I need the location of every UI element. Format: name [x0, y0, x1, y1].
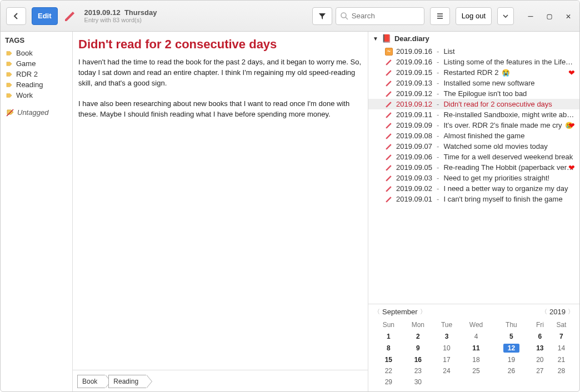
entry-row[interactable]: 2019.09.12-Didn't read for 2 consecutive… — [368, 99, 579, 109]
chevron-left-icon[interactable]: 〈 — [541, 308, 547, 316]
chevron-down-icon — [503, 13, 508, 19]
tag-item[interactable]: Book — [4, 48, 69, 58]
entry-row[interactable]: 2019.09.03-Need to get my priorities str… — [368, 173, 579, 183]
entry-row[interactable]: 2019.09.01-I can't bring myself to finis… — [368, 194, 579, 204]
calendar-day[interactable]: 5 — [493, 331, 530, 341]
calendar-day[interactable]: 15 — [375, 355, 402, 365]
calendar-day[interactable]: 11 — [461, 343, 492, 354]
entry-body[interactable]: I haven't had the time to read the book … — [73, 55, 368, 370]
entry-row[interactable]: 2019.09.05-Re-reading The Hobbit (paperb… — [368, 162, 579, 173]
calendar-day[interactable]: 20 — [531, 355, 549, 365]
entry-row[interactable]: ~2019.09.16-List — [368, 46, 579, 57]
entry-date: 2019.09.12 — [396, 100, 432, 108]
diary-header[interactable]: ▼ 📕 Dear.diary — [368, 32, 579, 45]
tag-item[interactable]: Work — [4, 90, 69, 100]
window-close[interactable]: ✕ — [563, 11, 574, 21]
entry-row[interactable]: 2019.09.16-Listing some of the features … — [368, 57, 579, 67]
entry-row[interactable]: 2019.09.11-Re-installed Sandboxie, might… — [368, 109, 579, 120]
tag-icon — [6, 92, 13, 99]
calendar-day — [434, 377, 459, 387]
calendar-day[interactable]: 28 — [550, 366, 573, 376]
entry-title: The Epilogue isn't too bad — [443, 89, 575, 98]
pencil-icon — [385, 132, 393, 140]
calendar-day[interactable]: 12 — [493, 343, 530, 354]
window-minimize[interactable]: — — [525, 11, 536, 21]
year-nav[interactable]: 〈 2019 〉 — [541, 308, 574, 316]
pencil-icon — [385, 143, 393, 150]
entry-header: 2019.09.12 Thursday Entry with 83 word(s… — [63, 8, 157, 23]
calendar-day[interactable]: 19 — [493, 355, 530, 365]
logout-dropdown[interactable] — [497, 7, 514, 25]
calendar-month: September — [382, 308, 418, 316]
entry-tags-bar: BookReading — [73, 370, 368, 392]
entry-date: 2019.09.08 — [396, 132, 432, 140]
calendar-day[interactable]: 22 — [375, 366, 402, 376]
calendar-day[interactable]: 13 — [531, 343, 549, 354]
entry-title[interactable]: Didn't read for 2 consecutive days — [73, 32, 368, 55]
tag-item[interactable]: RDR 2 — [4, 69, 69, 79]
calendar-day[interactable]: 16 — [403, 355, 433, 365]
calendar-day[interactable]: 9 — [403, 343, 433, 354]
entry-row[interactable]: 2019.09.15-Restarted RDR 2 😭❤ — [368, 67, 579, 78]
calendar-day[interactable]: 8 — [375, 343, 402, 354]
calendar-day[interactable]: 25 — [461, 366, 492, 376]
entry-title: Restarted RDR 2 😭 — [443, 68, 575, 77]
entry-row[interactable]: 2019.09.02-I need a better way to organi… — [368, 183, 579, 194]
calendar-day[interactable]: 24 — [434, 366, 459, 376]
calendar-day[interactable]: 4 — [461, 331, 492, 341]
chevron-right-icon[interactable]: 〉 — [420, 308, 426, 316]
entry-row[interactable]: 2019.09.06-Time for a well deserved week… — [368, 152, 579, 162]
entry-row[interactable]: 2019.09.09-It's over. RDR 2's finale mad… — [368, 120, 579, 130]
entry-date: 2019.09.03 — [396, 174, 432, 182]
calendar-day[interactable]: 7 — [550, 331, 573, 341]
tag-label: Book — [16, 49, 33, 57]
entry-row[interactable]: 2019.09.13-Installed some new software — [368, 78, 579, 88]
month-nav[interactable]: 〈 September 〉 — [374, 308, 426, 316]
calendar-dow: Sun — [375, 319, 402, 330]
calendar-day[interactable]: 27 — [531, 366, 549, 376]
search-input[interactable] — [336, 7, 424, 25]
chevron-right-icon[interactable]: 〉 — [568, 308, 574, 316]
pencil-icon — [385, 174, 393, 182]
window-maximize[interactable]: ▢ — [544, 11, 555, 21]
calendar-day[interactable]: 30 — [403, 377, 433, 387]
calendar-day[interactable]: 18 — [461, 355, 492, 365]
calendar-day[interactable]: 26 — [493, 366, 530, 376]
filter-button[interactable] — [312, 7, 332, 25]
entry-list[interactable]: ~2019.09.16-List2019.09.16-Listing some … — [368, 45, 579, 304]
list-icon: ~ — [385, 48, 393, 56]
entry-date: 2019.09.15 — [396, 68, 432, 77]
entry-date: 2019.09.06 — [396, 153, 432, 161]
calendar-day[interactable]: 23 — [403, 366, 433, 376]
calendar-day[interactable]: 2 — [403, 331, 433, 341]
calendar-day[interactable]: 6 — [531, 331, 549, 341]
tag-label: Reading — [16, 81, 43, 89]
back-button[interactable] — [6, 7, 26, 25]
calendar-day[interactable]: 29 — [375, 377, 402, 387]
calendar-grid[interactable]: SunMonTueWedThuFriSat 123456789101112131… — [374, 318, 574, 388]
edit-button[interactable]: Edit — [32, 7, 58, 25]
untagged-filter[interactable]: Untagged — [4, 107, 69, 118]
logout-button[interactable]: Log out — [456, 7, 492, 25]
calendar-day[interactable]: 10 — [434, 343, 459, 354]
diary-name: Dear.diary — [394, 34, 429, 43]
menu-button[interactable] — [430, 7, 450, 25]
calendar-day[interactable]: 14 — [550, 343, 573, 354]
header-date: 2019.09.12 Thursday — [84, 8, 157, 17]
calendar-day[interactable]: 1 — [375, 331, 402, 341]
entry-title: Didn't read for 2 consecutive days — [443, 100, 575, 108]
calendar-day[interactable]: 17 — [434, 355, 459, 365]
calendar-day[interactable]: 3 — [434, 331, 459, 341]
tag-label: Game — [16, 59, 36, 68]
tag-item[interactable]: Game — [4, 58, 69, 69]
chevron-left-icon[interactable]: 〈 — [374, 308, 380, 316]
entry-row[interactable]: 2019.09.07-Watched some old movies today — [368, 141, 579, 152]
calendar-day[interactable]: 21 — [550, 355, 573, 365]
tag-item[interactable]: Reading — [4, 79, 69, 90]
entry-title: Re-installed Sandboxie, might write abou… — [443, 110, 575, 119]
tag-chip[interactable]: Book — [77, 375, 105, 388]
entry-row[interactable]: 2019.09.08-Almost finished the game — [368, 130, 579, 141]
entry-row[interactable]: 2019.09.12-The Epilogue isn't too bad — [368, 88, 579, 99]
tree-toggle-icon[interactable]: ▼ — [373, 36, 378, 42]
tag-chip[interactable]: Reading — [108, 375, 146, 388]
